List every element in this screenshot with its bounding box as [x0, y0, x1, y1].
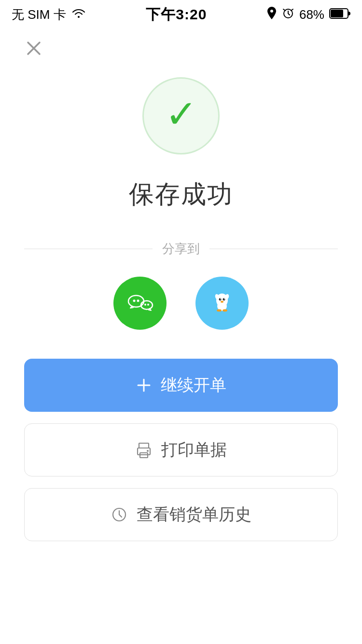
- clock-icon: [111, 506, 128, 523]
- svg-point-27: [147, 450, 149, 452]
- success-icon-circle: ✓: [142, 77, 220, 154]
- svg-point-8: [137, 300, 139, 302]
- main-content: ✓ 保存成功 分享到: [0, 29, 362, 541]
- svg-point-16: [224, 298, 225, 299]
- checkmark-icon: ✓: [165, 95, 197, 134]
- svg-point-7: [133, 300, 136, 302]
- close-button[interactable]: [19, 34, 48, 63]
- status-bar: 无 SIM 卡 下午3:20 68%: [0, 0, 362, 29]
- svg-point-15: [220, 298, 221, 299]
- location-icon: [266, 7, 277, 23]
- svg-point-13: [219, 298, 222, 301]
- battery-label: 68%: [299, 7, 324, 22]
- action-buttons: 继续开单 打印单据 查看销货单历史: [0, 359, 362, 541]
- alarm-icon: [282, 7, 294, 23]
- plus-icon: [136, 377, 152, 393]
- svg-rect-2: [331, 10, 343, 17]
- print-button[interactable]: 打印单据: [24, 423, 338, 476]
- continue-label: 继续开单: [161, 374, 226, 396]
- share-icons-row: [24, 277, 338, 330]
- status-right: 68%: [266, 7, 350, 23]
- svg-point-10: [147, 304, 149, 306]
- svg-point-17: [221, 301, 223, 303]
- svg-point-14: [223, 298, 225, 301]
- share-label: 分享到: [162, 240, 200, 257]
- wechat-share-button[interactable]: [113, 277, 167, 330]
- printer-icon: [135, 441, 153, 459]
- history-label: 查看销货单历史: [137, 504, 251, 526]
- svg-point-9: [144, 304, 146, 306]
- share-section: 分享到: [0, 240, 362, 359]
- divider-right: [209, 249, 338, 249]
- status-left: 无 SIM 卡: [12, 6, 86, 23]
- divider-left: [24, 249, 153, 249]
- qq-share-button[interactable]: [195, 277, 249, 330]
- svg-rect-24: [139, 443, 149, 448]
- status-time: 下午3:20: [146, 5, 207, 25]
- svg-point-19: [223, 309, 227, 312]
- share-divider: 分享到: [24, 240, 338, 257]
- continue-button[interactable]: 继续开单: [24, 359, 338, 412]
- svg-point-18: [217, 309, 222, 312]
- battery-icon: [329, 7, 350, 22]
- print-label: 打印单据: [161, 439, 227, 461]
- history-button[interactable]: 查看销货单历史: [24, 488, 338, 541]
- success-title: 保存成功: [129, 178, 233, 211]
- wifi-icon: [71, 7, 86, 22]
- carrier-label: 无 SIM 卡: [12, 6, 66, 23]
